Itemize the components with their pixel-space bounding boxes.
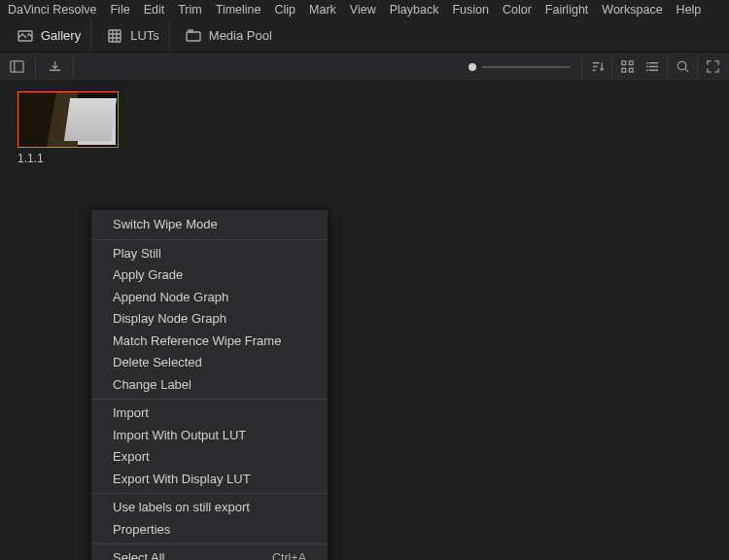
svg-point-12: [677, 61, 685, 69]
menu-view[interactable]: View: [350, 3, 376, 17]
svg-rect-2: [187, 32, 200, 41]
svg-rect-6: [629, 61, 633, 65]
still-image: [18, 92, 118, 147]
menu-davinci[interactable]: DaVinci Resolve: [8, 3, 96, 17]
tab-mediapool[interactable]: Media Pool: [176, 19, 282, 52]
cm-delete-selected[interactable]: Delete Selected: [91, 352, 328, 374]
cm-export[interactable]: Export: [91, 446, 328, 469]
expand-button[interactable]: [700, 54, 725, 80]
menu-timeline[interactable]: Timeline: [216, 3, 261, 17]
cm-import[interactable]: Import: [91, 402, 328, 425]
svg-rect-4: [10, 61, 22, 72]
gallery-panel: 1.1.1 Switch Wipe Mode Play Still Apply …: [0, 82, 729, 560]
divider: [35, 56, 36, 78]
grid-view-button[interactable]: [614, 54, 640, 80]
cm-properties[interactable]: Properties: [91, 519, 328, 542]
tab-luts[interactable]: LUTs: [97, 19, 170, 52]
cm-apply-grade[interactable]: Apply Grade: [91, 264, 328, 287]
menu-file[interactable]: File: [110, 3, 129, 17]
svg-rect-7: [621, 68, 625, 72]
svg-rect-1: [109, 30, 121, 42]
cm-import-with-output-lut[interactable]: Import With Output LUT: [91, 425, 328, 447]
svg-rect-8: [629, 68, 633, 72]
separator: [91, 239, 328, 240]
list-view-button[interactable]: [640, 54, 665, 80]
tab-gallery[interactable]: Gallery: [8, 19, 91, 52]
mediapool-icon: [186, 28, 201, 44]
separator: [91, 543, 328, 544]
sidebar-toggle-button[interactable]: [4, 54, 29, 80]
gallery-icon: [17, 28, 33, 44]
separator: [91, 399, 328, 400]
divider: [73, 56, 74, 78]
context-menu: Switch Wipe Mode Play Still Apply Grade …: [90, 209, 329, 560]
svg-point-9: [645, 62, 647, 64]
menu-clip[interactable]: Clip: [275, 3, 296, 17]
menu-playback[interactable]: Playback: [390, 3, 439, 17]
divider: [611, 56, 612, 78]
menubar: DaVinci Resolve File Edit Trim Timeline …: [0, 0, 729, 19]
sort-button[interactable]: [584, 54, 609, 80]
menu-color[interactable]: Color: [503, 3, 532, 17]
thumbnail-size-slider[interactable]: [469, 63, 570, 71]
cm-play-still[interactable]: Play Still: [91, 243, 328, 265]
divider: [697, 56, 698, 78]
svg-rect-5: [621, 61, 625, 65]
divider: [667, 56, 668, 78]
tab-gallery-label: Gallery: [41, 28, 81, 43]
cm-display-node-graph[interactable]: Display Node Graph: [91, 308, 328, 331]
gallery-toolbar: [0, 52, 729, 82]
menu-trim[interactable]: Trim: [178, 3, 202, 17]
cm-select-all[interactable]: Select All Ctrl+A: [91, 547, 328, 560]
cm-switch-wipe-mode[interactable]: Switch Wipe Mode: [91, 214, 328, 236]
luts-icon: [107, 28, 122, 44]
menu-edit[interactable]: Edit: [144, 3, 165, 17]
menu-mark[interactable]: Mark: [309, 3, 336, 17]
still-thumbnail[interactable]: [17, 91, 119, 148]
menu-help[interactable]: Help: [677, 3, 702, 17]
tab-mediapool-label: Media Pool: [209, 28, 272, 43]
svg-rect-3: [189, 30, 192, 32]
slider-track-icon: [482, 66, 570, 68]
cm-use-labels-on-still-export[interactable]: Use labels on still export: [91, 497, 328, 519]
shortcut-label: Ctrl+A: [272, 549, 306, 560]
still-label: 1.1.1: [17, 152, 712, 165]
slider-handle-icon: [469, 63, 476, 71]
panel-tabs: Gallery LUTs Media Pool: [0, 19, 729, 52]
divider: [581, 56, 582, 78]
search-button[interactable]: [670, 54, 695, 80]
menu-workspace[interactable]: Workspace: [602, 3, 662, 17]
cm-change-label[interactable]: Change Label: [91, 374, 328, 397]
cm-append-node-graph[interactable]: Append Node Graph: [91, 287, 328, 309]
cm-match-reference-wipe-frame[interactable]: Match Reference Wipe Frame: [91, 331, 328, 353]
separator: [91, 493, 328, 494]
cm-export-with-display-lut[interactable]: Export With Display LUT: [91, 469, 328, 491]
menu-fusion[interactable]: Fusion: [452, 3, 489, 17]
svg-point-10: [645, 66, 647, 68]
menu-fairlight[interactable]: Fairlight: [545, 3, 588, 17]
tab-luts-label: LUTs: [130, 28, 159, 43]
svg-point-11: [645, 69, 647, 71]
import-still-button[interactable]: [42, 54, 67, 80]
